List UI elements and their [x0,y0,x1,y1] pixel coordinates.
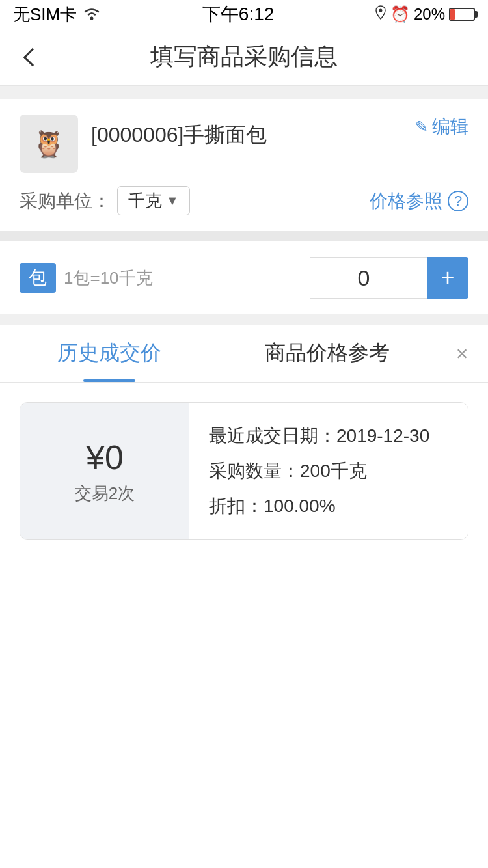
unit-section: 采购单位： 千克 ▼ [20,186,190,215]
nav-bar: 填写商品采购信息 [0,29,488,86]
product-thumbnail: 🦉 [20,115,78,173]
trade-count: 交易2次 [75,482,135,505]
tab-history-label: 历史成交价 [57,339,161,368]
tabs-close-button[interactable]: × [436,325,488,382]
section-divider [0,231,488,241]
carrier-text: 无SIM卡 [13,3,77,26]
page-title: 填写商品采购信息 [150,41,338,73]
unit-hint: 1包=10千克 [64,267,153,290]
back-arrow-icon [23,47,42,66]
close-icon: × [456,342,468,366]
history-price-value: ¥0 [86,438,124,477]
discount-label: 折扣： [209,496,264,516]
tab-content: ¥0 交易2次 最近成交日期：2019-12-30 采购数量：200千克 折扣：… [0,383,488,560]
edit-label: 编辑 [432,115,468,139]
product-name: [0000006]手撕面包 [91,121,267,150]
quantity-control: + [310,257,468,299]
history-price-left: ¥0 交易2次 [20,403,189,539]
status-left: 无SIM卡 [13,3,102,26]
back-button[interactable] [13,38,52,77]
discount-row: 折扣：100.00% [209,493,448,520]
unit-dropdown[interactable]: 千克 ▼ [117,186,190,215]
quantity-plus-button[interactable]: + [427,257,468,299]
product-header: 🦉 [0000006]手撕面包 ✎ 编辑 [20,115,468,173]
alarm-icon: ⏰ [390,5,410,23]
edit-button[interactable]: ✎ 编辑 [415,115,468,139]
tab-price-ref-label: 商品价格参考 [265,339,390,368]
price-ref-label: 价格参照 [370,189,442,213]
dropdown-arrow-icon: ▼ [166,193,179,208]
svg-point-1 [379,9,382,12]
product-thumb-icon: 🦉 [33,129,65,159]
tab-history-price[interactable]: 历史成交价 [0,325,218,382]
recent-date-value: 2019-12-30 [336,426,429,446]
unit-value: 千克 [128,189,162,212]
status-right: ⏰ 20% [375,5,475,23]
recent-date-label: 最近成交日期： [209,426,336,446]
purchase-qty-label: 采购数量： [209,461,300,481]
tabs-section: 历史成交价 商品价格参考 × ¥0 交易2次 最近成交日期：2019-12-30… [0,325,488,560]
quantity-label: 包 1包=10千克 [20,263,153,293]
tabs-header: 历史成交价 商品价格参考 × [0,325,488,383]
history-price-right: 最近成交日期：2019-12-30 采购数量：200千克 折扣：100.00% [189,403,468,539]
discount-value: 100.00% [264,496,336,516]
help-icon: ? [448,191,468,211]
status-time: 下午6:12 [202,2,275,27]
product-left: 🦉 [0000006]手撕面包 [20,115,267,173]
unit-label: 采购单位： [20,189,111,213]
quantity-row: 包 1包=10千克 + [0,241,488,314]
page-background [0,560,488,868]
product-card: 🦉 [0000006]手撕面包 ✎ 编辑 采购单位： 千克 ▼ 价格参照 ? [0,99,488,231]
battery-icon [449,8,475,21]
history-price-card: ¥0 交易2次 最近成交日期：2019-12-30 采购数量：200千克 折扣：… [20,402,468,540]
status-bar: 无SIM卡 下午6:12 ⏰ 20% [0,0,488,29]
svg-point-0 [90,16,94,20]
quantity-input[interactable] [310,257,427,299]
edit-icon: ✎ [415,118,428,136]
purchase-qty-value: 200千克 [300,461,367,481]
purchase-qty-row: 采购数量：200千克 [209,457,448,485]
unit-badge: 包 [20,263,56,293]
wifi-icon [82,5,102,25]
recent-date-row: 最近成交日期：2019-12-30 [209,422,448,450]
location-icon [375,5,386,23]
product-footer: 采购单位： 千克 ▼ 价格参照 ? [20,186,468,215]
price-ref-button[interactable]: 价格参照 ? [370,189,468,213]
battery-text: 20% [414,5,445,23]
tab-price-reference[interactable]: 商品价格参考 [218,325,436,382]
